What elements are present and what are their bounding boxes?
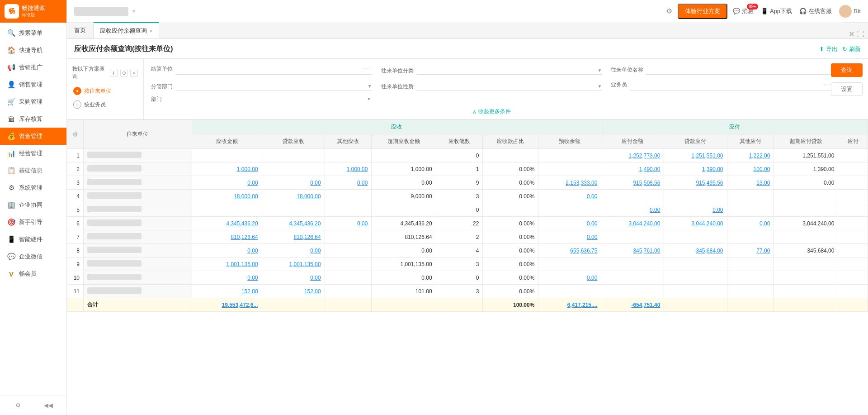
sidebar-item-quick-nav[interactable]: 🏠 快捷导航: [0, 42, 66, 59]
partner-nature-dropdown[interactable]: ▼: [416, 82, 602, 91]
sidebar-item-hardware[interactable]: 📱 智能硬件: [0, 231, 66, 248]
cell-link[interactable]: 1,001,135.00: [262, 258, 325, 271]
sidebar-item-search-menu[interactable]: 🔍 搜索菜单: [0, 24, 66, 42]
cell-partner: [84, 217, 192, 230]
msg-button[interactable]: 💬 消息 99+: [733, 7, 754, 15]
row-index: 1: [67, 149, 84, 162]
window-close-btn[interactable]: ✕: [849, 30, 854, 38]
cell-link[interactable]: 152.00: [192, 285, 262, 298]
cell-value: 345,684.00: [774, 244, 838, 258]
sidebar-item-company[interactable]: 🏢 企业协同: [0, 196, 66, 214]
cell-link[interactable]: 77.00: [727, 244, 774, 258]
window-expand-btn[interactable]: ⛶: [857, 30, 864, 38]
user-avatar-area[interactable]: Rit: [839, 5, 861, 18]
cell-link[interactable]: 1,222.00: [727, 149, 774, 162]
topbar-settings-icon[interactable]: ⚙: [666, 7, 672, 15]
query-button[interactable]: 查询: [831, 63, 863, 77]
cell-link[interactable]: 345,684.00: [664, 244, 727, 258]
sidebar-item-marketing[interactable]: 📢 营销推广: [0, 59, 66, 76]
cell-link[interactable]: 0.00: [325, 176, 372, 190]
cell-link[interactable]: 1,490.00: [601, 162, 664, 176]
scheme-collapse-btn[interactable]: «: [130, 69, 138, 77]
cell-link[interactable]: 4,345,436.20: [262, 217, 325, 230]
cell-link[interactable]: 1,252,773.00: [601, 149, 664, 162]
total-recv-amount[interactable]: 19,553,472,6...: [192, 298, 262, 312]
cell-link[interactable]: 0.00: [538, 230, 601, 244]
cell-link[interactable]: 0.00: [192, 244, 262, 258]
cell-link[interactable]: 3,044,240.00: [664, 217, 727, 230]
sidebar-item-sales[interactable]: 👤 销售管理: [0, 76, 66, 93]
cell-value: 3: [436, 258, 483, 271]
sidebar-settings-btn[interactable]: ⚙: [5, 400, 32, 410]
sidebar-item-system[interactable]: ⚙ 系统管理: [0, 179, 66, 196]
sidebar-item-vip[interactable]: V 畅会员: [0, 265, 66, 282]
total-recv-prepay[interactable]: 6,417,215....: [538, 298, 601, 312]
salesman-input[interactable]: ···: [630, 79, 832, 91]
cell-link[interactable]: 0.00: [538, 217, 601, 230]
cell-link[interactable]: 810,126.64: [262, 230, 325, 244]
promo-button[interactable]: 体验行业方案: [678, 4, 727, 19]
cell-link[interactable]: 810,126.64: [192, 230, 262, 244]
cell-link[interactable]: 3,044,240.00: [601, 217, 664, 230]
partner-category-dropdown[interactable]: ▼: [416, 67, 602, 75]
cell-link[interactable]: 0.00: [262, 176, 325, 190]
sidebar-item-guide[interactable]: 🎯 新手引导: [0, 214, 66, 231]
cell-link[interactable]: 0.00: [538, 190, 601, 203]
cell-link[interactable]: 100.00: [727, 162, 774, 176]
cell-link[interactable]: 345,761.00: [601, 244, 664, 258]
refresh-button[interactable]: ↻ 刷新: [842, 45, 861, 53]
cell-link[interactable]: 655,636.75: [538, 244, 601, 258]
cell-link[interactable]: 915,508.56: [601, 176, 664, 190]
table-settings-icon[interactable]: ⚙: [72, 131, 78, 138]
cell-value: 0.00%: [483, 190, 538, 203]
setting-button[interactable]: 设置: [831, 82, 863, 96]
add-scheme-btn[interactable]: +: [110, 69, 118, 77]
cell-link[interactable]: 2,153,333.00: [538, 176, 601, 190]
cell-link[interactable]: 152.00: [262, 285, 325, 298]
cell-link[interactable]: 0.00: [727, 217, 774, 230]
app-download-button[interactable]: 📱 App下载: [761, 7, 792, 15]
tab-home[interactable]: 首页: [67, 22, 94, 38]
partner-name-input[interactable]: [646, 65, 832, 75]
cell-link[interactable]: 0.00: [325, 217, 372, 230]
total-pay-amount[interactable]: -654,751.40: [601, 298, 664, 312]
cell-link[interactable]: 1,000.00: [192, 162, 262, 176]
cell-link[interactable]: 1,001,135.00: [192, 258, 262, 271]
query-by-salesman[interactable]: ○ 按业务员: [67, 98, 143, 111]
export-button[interactable]: ⬆ 导出: [819, 45, 838, 53]
sidebar-collapse-btn[interactable]: ◀◀: [35, 400, 62, 410]
th-settings[interactable]: ⚙: [67, 120, 84, 149]
tab-close-button[interactable]: ×: [150, 28, 152, 33]
sidebar-item-purchase[interactable]: 🛒 采购管理: [0, 93, 66, 110]
row-index: 4: [67, 190, 84, 203]
cell-link[interactable]: 18,000.00: [262, 190, 325, 203]
sidebar-item-wechat[interactable]: 💬 企业微信: [0, 248, 66, 265]
dept-dropdown[interactable]: ▼: [165, 95, 371, 103]
sidebar-item-finance[interactable]: 💰 资金管理: [0, 128, 66, 145]
cell-link[interactable]: 18,000.00: [192, 190, 262, 203]
query-by-partner[interactable]: ● 按往来单位: [67, 84, 143, 98]
sidebar-item-operation[interactable]: 📊 经营管理: [0, 145, 66, 162]
tab-active[interactable]: 应收应付余额查询 ×: [94, 22, 159, 38]
cell-link[interactable]: 1,000.00: [325, 162, 372, 176]
settle-unit-input[interactable]: ···: [175, 63, 372, 75]
scheme-settings-btn[interactable]: ⊙: [120, 69, 128, 77]
cell-link[interactable]: 0.00: [192, 271, 262, 285]
cell-link[interactable]: 915,495.56: [664, 176, 727, 190]
cell-link[interactable]: 0.00: [262, 244, 325, 258]
cell-link[interactable]: 13.00: [727, 176, 774, 190]
sidebar-item-inventory[interactable]: 🏛 库存核算: [0, 110, 66, 128]
online-service-button[interactable]: 🎧 在线客服: [799, 7, 832, 15]
cell-value: 3: [436, 285, 483, 298]
cell-link[interactable]: 0.00: [664, 203, 727, 217]
sidebar-item-basic-info[interactable]: 📋 基础信息: [0, 162, 66, 179]
cell-link[interactable]: 1,390.00: [664, 162, 727, 176]
cell-link[interactable]: 4,345,436.20: [192, 217, 262, 230]
collapse-filter-btn[interactable]: ∧ 收起更多条件: [151, 106, 832, 117]
cell-link[interactable]: 0.00: [192, 176, 262, 190]
dept-manage-dropdown[interactable]: ▼: [175, 82, 372, 91]
cell-link[interactable]: 0.00: [538, 271, 601, 285]
cell-link[interactable]: 1,251,551.00: [664, 149, 727, 162]
cell-link[interactable]: 0.00: [601, 203, 664, 217]
cell-link[interactable]: 0.00: [262, 271, 325, 285]
